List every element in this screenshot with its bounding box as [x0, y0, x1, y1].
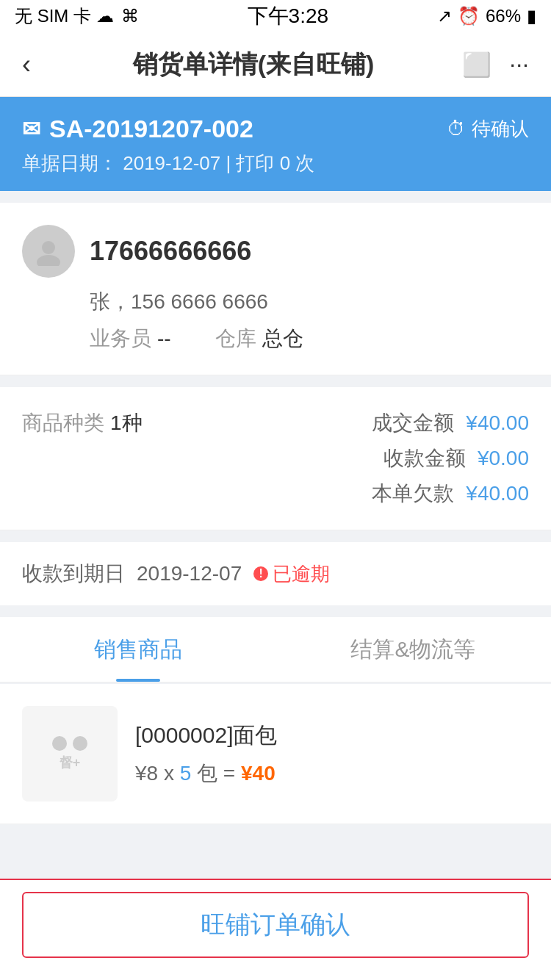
order-id-text: SA-20191207-002	[49, 115, 253, 143]
location-icon: ↗	[437, 6, 452, 26]
time-display: 下午3:28	[248, 2, 329, 30]
customer-card: 17666666666 张，156 6666 6666 业务员 -- 仓库 总仓	[0, 203, 551, 375]
battery-label: 66%	[486, 6, 521, 26]
due-date-card: 收款到期日 2019-12-07 ! 已逾期	[0, 542, 551, 605]
product-info: [0000002]面包 ¥8 x 5 包 = ¥40	[135, 721, 529, 788]
overdue-text: 已逾期	[273, 561, 330, 587]
equals-sign: =	[223, 762, 241, 785]
amount-value: ¥40.00	[466, 411, 529, 435]
svg-point-0	[42, 241, 55, 254]
status-left: 无 SIM 卡 ☁ ⌘	[15, 4, 139, 28]
tabs-container: 销售商品 结算&物流等	[0, 617, 551, 682]
share-icon[interactable]: ⬜	[462, 51, 491, 79]
order-id: ✉ SA-20191207-002	[22, 115, 253, 143]
product-list: 督+ [0000002]面包 ¥8 x 5 包 = ¥40	[0, 684, 551, 824]
received-value: ¥0.00	[478, 447, 529, 470]
unit: 包	[197, 762, 217, 785]
summary-card: 商品种类 1种 成交金额 ¥40.00 收款金额 ¥0.00 本单欠款 ¥40.…	[0, 387, 551, 530]
more-icon[interactable]: ···	[509, 51, 529, 78]
table-row: 督+ [0000002]面包 ¥8 x 5 包 = ¥40	[0, 684, 551, 824]
order-icon: ✉	[22, 116, 40, 142]
product-type-label: 商品种类	[22, 409, 104, 437]
warehouse-value: 总仓	[262, 325, 303, 353]
sales-label: 业务员	[90, 325, 151, 353]
overdue-icon: !	[253, 566, 268, 581]
sim-label: 无 SIM 卡 ☁	[15, 4, 114, 28]
wifi-icon: ⌘	[121, 6, 139, 26]
owed-label: 本单欠款	[372, 480, 454, 508]
confirm-btn-container: 旺铺订单确认	[0, 879, 551, 980]
status-bar: 无 SIM 卡 ☁ ⌘ 下午3:28 ↗ ⏰ 66% ▮	[0, 0, 551, 32]
product-thumbnail: 督+	[22, 706, 118, 801]
order-status: ⏱ 待确认	[447, 116, 529, 142]
owl-logo-text: 督+	[60, 754, 81, 771]
sales-value: --	[157, 327, 171, 350]
status-right: ↗ ⏰ 66% ▮	[437, 6, 536, 26]
order-status-text: 待确认	[472, 116, 529, 142]
quantity: 5	[180, 762, 192, 785]
product-name: [0000002]面包	[135, 721, 529, 751]
back-button[interactable]: ‹	[22, 49, 66, 80]
received-label: 收款金额	[383, 444, 466, 472]
due-date-value: 2019-12-07	[137, 562, 242, 586]
avatar	[22, 225, 75, 278]
owed-value: ¥40.00	[466, 482, 529, 505]
battery-icon: ▮	[527, 6, 536, 26]
customer-meta: 业务员 -- 仓库 总仓	[22, 325, 529, 353]
order-date-row: 单据日期： 2019-12-07 | 打印 0 次	[22, 151, 529, 176]
date-label: 单据日期：	[22, 152, 118, 174]
nav-bar: ‹ 销货单详情(来自旺铺) ⬜ ···	[0, 32, 551, 97]
customer-phone: 17666666666	[90, 236, 251, 267]
status-clock-icon: ⏱	[447, 118, 466, 140]
owl-eye-left	[52, 736, 67, 751]
amount-label: 成交金额	[372, 409, 454, 437]
order-date-text: 2019-12-07	[123, 152, 220, 174]
product-price-row: ¥8 x 5 包 = ¥40	[135, 760, 529, 788]
tab-products[interactable]: 销售商品	[0, 617, 276, 682]
confirm-order-button[interactable]: 旺铺订单确认	[22, 892, 529, 958]
svg-point-1	[37, 255, 60, 266]
due-date-label: 收款到期日	[22, 560, 125, 588]
tab-settlement[interactable]: 结算&物流等	[276, 617, 551, 682]
order-header-banner: ✉ SA-20191207-002 ⏱ 待确认 单据日期： 2019-12-07…	[0, 97, 551, 191]
page-title: 销货单详情(来自旺铺)	[66, 48, 441, 82]
price-unit: ¥8	[135, 762, 158, 785]
product-type-value: 1种	[110, 409, 143, 437]
total-price: ¥40	[241, 762, 276, 785]
warehouse-label: 仓库	[215, 325, 256, 353]
customer-contact: 张，156 6666 6666	[22, 288, 529, 316]
print-info: | 打印 0 次	[226, 152, 314, 174]
tabs: 销售商品 结算&物流等	[0, 617, 551, 682]
nav-actions: ⬜ ···	[441, 51, 529, 79]
overdue-badge: ! 已逾期	[253, 561, 330, 587]
owl-eye-right	[73, 736, 87, 751]
multiply-sign: x	[164, 762, 180, 785]
alarm-icon: ⏰	[458, 6, 480, 26]
